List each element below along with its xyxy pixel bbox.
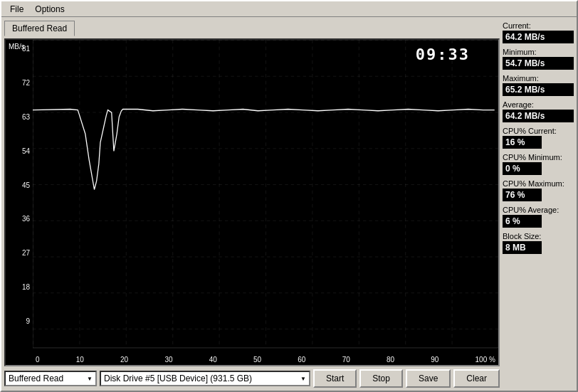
y-label-27: 27: [22, 250, 30, 257]
stat-cpu-average: CPU% Average: 6 %: [503, 206, 574, 228]
y-label-9: 9: [26, 318, 30, 325]
main-content: Buffered Read MB/s 09:33 81 72 63 54 45 …: [1, 17, 577, 391]
stat-current: Current: 64.2 MB/s: [503, 21, 574, 43]
stat-cpu-average-value: 6 %: [503, 215, 542, 228]
tab-container: Buffered Read: [4, 20, 500, 36]
y-label-45: 45: [22, 182, 30, 189]
stat-current-label: Current:: [503, 21, 574, 30]
disk-arrow-icon: ▼: [300, 376, 306, 382]
x-axis-labels: 0 10 20 30 40 50 60 70 80 90 100 %: [33, 356, 498, 364]
svg-rect-4: [33, 40, 498, 348]
x-label-50: 50: [253, 356, 261, 364]
main-window: File Options Buffered Read MB/s 09:33 81…: [0, 0, 578, 392]
y-label-72: 72: [22, 80, 30, 87]
stat-maximum: Maximum: 65.2 MB/s: [503, 74, 574, 96]
stat-cpu-current-label: CPU% Current:: [503, 127, 574, 135]
stat-block-size: Block Size: 8 MB: [503, 232, 574, 254]
stat-cpu-minimum-value: 0 %: [503, 162, 542, 175]
y-axis: 81 72 63 54 45 36 27 18 9: [6, 40, 33, 365]
menu-options[interactable]: Options: [29, 3, 70, 16]
tab-buffered-read[interactable]: Buffered Read: [4, 21, 75, 36]
stat-cpu-current-value: 16 %: [503, 136, 542, 149]
y-label-63: 63: [22, 114, 30, 121]
action-buttons: Start Stop Save Clear: [313, 369, 500, 388]
start-button[interactable]: Start: [313, 369, 357, 388]
stop-button[interactable]: Stop: [359, 369, 403, 388]
stat-cpu-average-label: CPU% Average:: [503, 206, 574, 214]
x-label-60: 60: [298, 356, 305, 364]
stat-maximum-value: 65.2 MB/s: [503, 83, 574, 96]
stat-cpu-maximum-value: 76 %: [503, 189, 542, 201]
chart-body: 0 10 20 30 40 50 60 70 80 90 100 %: [33, 40, 498, 365]
right-panel: Current: 64.2 MB/s Minimum: 54.7 MB/s Ma…: [503, 20, 574, 388]
x-label-30: 30: [164, 356, 172, 364]
y-label-36: 36: [22, 216, 30, 223]
chart-inner: 81 72 63 54 45 36 27 18 9: [6, 40, 498, 365]
x-label-20: 20: [120, 356, 128, 364]
x-label-90: 90: [431, 356, 438, 364]
stat-cpu-maximum: CPU% Maximum: 76 %: [503, 179, 574, 201]
test-type-value: Buffered Read: [9, 374, 63, 383]
stat-minimum-value: 54.7 MB/s: [503, 57, 574, 70]
y-label-18: 18: [22, 284, 30, 291]
stat-block-size-label: Block Size:: [503, 232, 574, 240]
menubar: File Options: [1, 1, 577, 17]
save-button[interactable]: Save: [406, 369, 451, 388]
stat-maximum-label: Maximum:: [503, 74, 574, 83]
x-label-0: 0: [36, 356, 40, 364]
bottom-bar: Buffered Read ▼ Disk Drive #5 [USB Devic…: [4, 369, 500, 388]
chart-svg: [33, 40, 498, 365]
stat-average: Average: 64.2 MB/s: [503, 100, 574, 122]
x-label-100: 100 %: [475, 356, 495, 364]
x-label-40: 40: [209, 356, 217, 364]
test-type-arrow-icon: ▼: [87, 376, 93, 382]
y-label-81: 81: [22, 46, 30, 53]
stat-cpu-minimum: CPU% Minimum: 0 %: [503, 153, 574, 175]
clear-button[interactable]: Clear: [453, 369, 500, 388]
disk-dropdown[interactable]: Disk Drive #5 [USB Device] (931.5 GB) ▼: [100, 371, 310, 386]
stat-cpu-minimum-label: CPU% Minimum:: [503, 153, 574, 161]
left-panel: Buffered Read MB/s 09:33 81 72 63 54 45 …: [4, 20, 500, 388]
x-label-80: 80: [387, 356, 394, 364]
stat-average-label: Average:: [503, 100, 574, 109]
x-label-10: 10: [76, 356, 84, 364]
menu-file[interactable]: File: [4, 3, 29, 16]
stat-minimum: Minimum: 54.7 MB/s: [503, 48, 574, 70]
stat-cpu-maximum-label: CPU% Maximum:: [503, 179, 574, 188]
x-label-70: 70: [342, 356, 350, 364]
y-label-54: 54: [22, 148, 30, 155]
stat-block-size-value: 8 MB: [503, 241, 542, 254]
test-type-dropdown[interactable]: Buffered Read ▼: [4, 371, 97, 386]
stat-minimum-label: Minimum:: [503, 48, 574, 56]
stat-current-value: 64.2 MB/s: [503, 31, 574, 43]
stat-average-value: 64.2 MB/s: [503, 110, 574, 122]
disk-value: Disk Drive #5 [USB Device] (931.5 GB): [104, 374, 252, 383]
chart-area: MB/s 09:33 81 72 63 54 45 36 27 18 9: [4, 38, 500, 366]
stat-cpu-current: CPU% Current: 16 %: [503, 127, 574, 149]
